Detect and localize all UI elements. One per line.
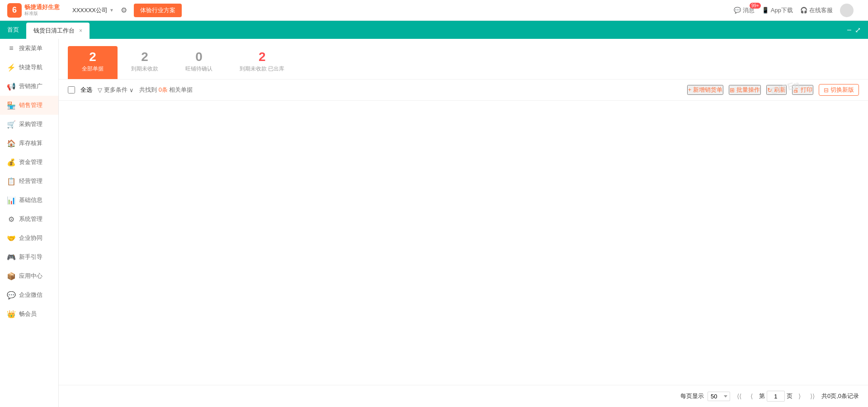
page-prev-button[interactable]: ⟨ — [746, 391, 757, 402]
page-last-button[interactable]: ⟩⟩ — [807, 391, 818, 402]
found-suffix: 相关单据 — [169, 86, 193, 93]
sidebar-item-member[interactable]: 👑 畅会员 — [0, 304, 58, 323]
switch-label: 切换新版 — [830, 86, 854, 94]
quick-nav-icon: ⚡ — [7, 63, 15, 71]
base-info-label: 基础信息 — [19, 196, 42, 204]
print-label: 打印 — [801, 86, 812, 94]
filter-label: 更多条件 — [104, 86, 127, 94]
stat-all-num: 2 — [89, 50, 96, 64]
stat-wangpu-label: 旺铺待确认 — [185, 65, 212, 73]
toolbar-left: 全选 ▽ 更多条件 ∨ 共找到 0条 相关单据 — [68, 86, 682, 94]
page-first-button[interactable]: ⟨⟨ — [734, 391, 745, 402]
stat-overdue-label: 到期未收款 — [131, 65, 158, 73]
logo-title: 畅捷通好生意 — [24, 4, 60, 11]
home-tab-label: 首页 — [7, 26, 19, 34]
message-icon: 💬 — [734, 7, 741, 14]
stat-tab-all[interactable]: 2 全部单据 — [68, 46, 118, 79]
switch-new-version-button[interactable]: ⊟ 切换新版 — [819, 84, 859, 96]
sidebar-item-base-info[interactable]: 📊 基础信息 — [0, 191, 58, 210]
company-selector[interactable]: XXXXXX公司 ▼ — [72, 6, 114, 14]
sidebar-item-app-center[interactable]: 📦 应用中心 — [0, 267, 58, 285]
sidebar-item-inventory[interactable]: 🏠 库存核算 — [0, 134, 58, 153]
logo-text: 畅捷通好生意 标准版 — [24, 4, 60, 17]
header-right: 💬 消息 99+ 📱 App下载 🎧 在线客服 — [734, 4, 861, 17]
page-next-button[interactable]: ⟩ — [794, 391, 805, 402]
quick-nav-label: 快捷导航 — [19, 63, 42, 71]
stat-tab-wangpu[interactable]: 0 旺铺待确认 — [172, 46, 226, 79]
sidebar-item-system[interactable]: ⚙ 系统管理 — [0, 210, 58, 229]
app-download-button[interactable]: 📱 App下载 — [762, 6, 793, 14]
page-label: 第 — [759, 392, 765, 400]
enterprise-label: 企业协同 — [19, 234, 42, 242]
found-prefix: 共找到 — [139, 86, 157, 93]
tab-close-icon[interactable]: × — [79, 28, 82, 34]
message-badge: 99+ — [750, 3, 761, 9]
sidebar-item-sales[interactable]: 🏪 销售管理 — [0, 96, 58, 115]
online-service-label: 在线客服 — [809, 6, 833, 14]
tab-bar-right: – ⤢ — [847, 26, 868, 34]
trial-button[interactable]: 体验行业方案 — [134, 4, 182, 17]
enterprise-icon: 🤝 — [7, 234, 15, 242]
main-layout: ≡ 搜索菜单 ⚡ 快捷导航 📢 营销推广 🏪 销售管理 🛒 采购管理 🏠 库存核… — [0, 39, 868, 407]
biz-label: 经营管理 — [19, 177, 42, 185]
sidebar-item-fund[interactable]: 💰 资金管理 — [0, 153, 58, 172]
avatar[interactable] — [840, 4, 854, 17]
inventory-icon: 🏠 — [7, 139, 15, 147]
app-center-label: 应用中心 — [19, 272, 42, 280]
tab-bar: 首页 钱货日清工作台 × – ⤢ — [0, 21, 868, 39]
logo-area: 6 畅捷通好生意 标准版 — [7, 3, 60, 18]
filter-button[interactable]: ▽ 更多条件 ∨ — [98, 86, 134, 94]
tab-cash-daily[interactable]: 钱货日清工作台 × — [26, 23, 90, 39]
online-service-button[interactable]: 🎧 在线客服 — [800, 6, 833, 14]
print-button[interactable]: 🖨 打印 — [792, 85, 813, 95]
sidebar-item-newbie[interactable]: 🎮 新手引导 — [0, 248, 58, 267]
system-icon: ⚙ — [7, 215, 15, 223]
stat-shipped-label: 到期未收款 已出库 — [240, 65, 284, 73]
tab-minimize-icon[interactable]: – — [847, 26, 851, 34]
company-dropdown-icon: ▼ — [109, 8, 114, 13]
sidebar-item-marketing[interactable]: 📢 营销推广 — [0, 77, 58, 96]
system-label: 系统管理 — [19, 215, 42, 223]
logo-icon: 6 — [7, 3, 22, 18]
header: 6 畅捷通好生意 标准版 XXXXXX公司 ▼ ⚙ 体验行业方案 💬 消息 99… — [0, 0, 868, 21]
per-page-select[interactable]: 20 50 100 — [708, 392, 730, 401]
search-menu-icon: ≡ — [7, 44, 15, 52]
page-input[interactable] — [767, 391, 785, 402]
marketing-icon: 📢 — [7, 82, 15, 90]
app-center-icon: 📦 — [7, 272, 15, 280]
message-button[interactable]: 💬 消息 99+ — [734, 6, 755, 14]
purchase-label: 采购管理 — [19, 120, 42, 128]
tab-maximize-icon[interactable]: ⤢ — [855, 26, 861, 34]
phone-icon: 📱 — [762, 7, 769, 14]
batch-operation-button[interactable]: ⊞ 批量操作 — [729, 85, 761, 95]
tab-home[interactable]: 首页 — [0, 21, 26, 39]
filter-icon: ▽ — [98, 87, 102, 94]
member-label: 畅会员 — [19, 310, 37, 318]
sidebar-item-enterprise[interactable]: 🤝 企业协同 — [0, 229, 58, 248]
settings-icon[interactable]: ⚙ — [118, 4, 130, 17]
sidebar-item-wechat[interactable]: 💬 企业微信 — [0, 285, 58, 304]
stat-tab-overdue-uncollected[interactable]: 2 到期未收款 — [118, 46, 172, 79]
sidebar-item-purchase[interactable]: 🛒 采购管理 — [0, 115, 58, 134]
marketing-label: 营销推广 — [19, 82, 42, 90]
refresh-button[interactable]: ↻ 刷新 — [766, 85, 787, 95]
toolbar-right: + 新增销货单 ⊞ 批量操作 ↻ 刷新 🖨 打印 ⊟ 切换新版 — [687, 84, 859, 96]
sidebar-item-search-menu[interactable]: ≡ 搜索菜单 — [0, 39, 58, 58]
stat-tab-shipped[interactable]: 2 到期未收款 已出库 — [226, 46, 298, 79]
sidebar-item-quick-nav[interactable]: ⚡ 快捷导航 — [0, 58, 58, 77]
select-all-label: 全选 — [80, 86, 92, 94]
print-icon: 🖨 — [793, 87, 799, 94]
stats-bar: 2 全部单据 2 到期未收款 0 旺铺待确认 2 到期未收款 已出库 — [59, 39, 868, 79]
stat-all-label: 全部单据 — [82, 65, 104, 73]
total-records: 共0页,0条记录 — [821, 392, 859, 400]
select-all-checkbox[interactable] — [68, 86, 75, 94]
refresh-icon: ↻ — [767, 87, 772, 94]
headset-icon: 🎧 — [800, 7, 807, 14]
search-menu-label: 搜索菜单 — [19, 44, 42, 52]
sidebar-item-biz[interactable]: 📋 经营管理 — [0, 172, 58, 191]
add-sales-button[interactable]: + 新增销货单 — [687, 85, 723, 95]
sales-icon: 🏪 — [7, 101, 15, 109]
toolbar: 全选 ▽ 更多条件 ∨ 共找到 0条 相关单据 + 新增销货单 ⊞ 批量操作 — [59, 79, 868, 101]
page-navigation: ⟨⟨ ⟨ 第 页 ⟩ ⟩⟩ — [734, 391, 818, 402]
table-area — [59, 101, 868, 385]
